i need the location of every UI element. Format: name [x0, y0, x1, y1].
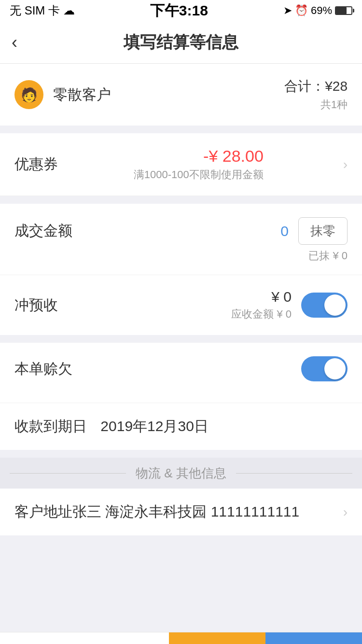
coupon-label: 优惠券 [14, 154, 58, 174]
transaction-label: 成交金额 [14, 221, 72, 241]
status-time: 下午3:18 [150, 1, 208, 21]
customer-name: 零散客户 [53, 85, 111, 105]
avatar-icon: 🧑 [21, 87, 38, 103]
customer-left: 🧑 零散客户 [14, 80, 111, 109]
coupon-row[interactable]: 优惠券 -¥ 28.00 满1000-100不限制使用金额 › [0, 133, 362, 196]
coupon-sub: 满1000-100不限制使用金额 [134, 168, 264, 182]
alarm-icon: ⏰ [295, 4, 308, 17]
divider-line-right [236, 473, 352, 474]
status-left: 无 SIM 卡 ☁ [10, 3, 75, 18]
overdue-toggle-knob [324, 358, 346, 379]
customer-right: 合计：¥28 共1种 [284, 77, 348, 112]
customer-avatar: 🧑 [14, 80, 43, 109]
status-right: ➤ ⏰ 69% [283, 4, 352, 17]
customer-count: 共1种 [284, 98, 348, 112]
due-date-row: 收款到期日 2019年12月30日 [0, 403, 362, 450]
divider-line-left [10, 473, 126, 474]
transaction-value: 0 [280, 223, 289, 239]
coupon-chevron-icon: › [343, 157, 348, 172]
transaction-sub: 已抹 ¥ 0 [0, 249, 362, 275]
transaction-amount-row: 成交金额 0 抹零 [0, 204, 362, 249]
back-button[interactable]: ‹ [12, 32, 17, 53]
overdue-content: 本单赊欠 [14, 356, 348, 381]
overdue-toggle[interactable] [301, 356, 348, 381]
coupon-value-area: -¥ 28.00 满1000-100不限制使用金额 [134, 147, 264, 182]
customer-total: 合计：¥28 [284, 77, 348, 96]
status-bar: 无 SIM 卡 ☁ 下午3:18 ➤ ⏰ 69% [0, 0, 362, 21]
page-title: 填写结算等信息 [124, 31, 238, 54]
battery-icon [335, 6, 352, 15]
overdue-row: 本单赊欠 [0, 343, 362, 395]
location-icon: ➤ [283, 4, 292, 17]
nav-bar: ‹ 填写结算等信息 [0, 21, 362, 64]
prepay-toggle[interactable] [301, 293, 348, 318]
content-area: 🧑 零散客户 合计：¥28 共1种 优惠券 -¥ 28.00 满1000-100… [0, 64, 362, 632]
address-value: 张三 海淀永丰科技园 11111111111 [72, 502, 343, 522]
customer-row: 🧑 零散客户 合计：¥28 共1种 [0, 64, 362, 126]
battery-percent: 69% [311, 4, 332, 17]
coupon-section: 优惠券 -¥ 28.00 满1000-100不限制使用金额 › [0, 133, 362, 196]
due-date-label: 收款到期日 [14, 418, 87, 434]
logistics-divider: 物流 & 其他信息 [0, 458, 362, 489]
overdue-label: 本单赊欠 [14, 359, 72, 379]
due-date-value: 2019年12月30日 [100, 418, 208, 434]
bottom-space [0, 535, 362, 632]
round-zero-button[interactable]: 抹零 [298, 217, 348, 245]
sim-status: 无 SIM 卡 ☁ [10, 3, 75, 18]
prepay-sub: 应收金额 ¥ 0 [231, 307, 292, 322]
save-button[interactable]: 保存 [265, 632, 362, 644]
logistics-label: 物流 & 其他信息 [136, 465, 226, 482]
toggle-knob [324, 294, 346, 316]
bottom-summary: 成交： ¥ 0 共1种 [0, 642, 169, 644]
overdue-section: 本单赊欠 收款到期日 2019年12月30日 [0, 343, 362, 450]
coupon-discount: -¥ 28.00 [134, 147, 264, 166]
address-chevron-icon: › [343, 504, 348, 520]
address-label: 客户地址 [14, 502, 72, 522]
address-section[interactable]: 客户地址 张三 海淀永丰科技园 11111111111 › [0, 489, 362, 535]
prepay-amount: ¥ 0 [231, 289, 292, 305]
summary-amount: ¥ 0 [52, 642, 73, 644]
prepay-row: 冲预收 ¥ 0 应收金额 ¥ 0 [0, 275, 362, 335]
transaction-section: 成交金额 0 抹零 已抹 ¥ 0 冲预收 ¥ 0 应收金额 ¥ 0 [0, 204, 362, 335]
prepay-label: 冲预收 [14, 295, 58, 315]
bottom-bar: 成交： ¥ 0 共1种 挂单 保存 [0, 632, 362, 644]
prepay-amounts: ¥ 0 应收金额 ¥ 0 [231, 289, 292, 322]
hold-button[interactable]: 挂单 [169, 632, 265, 644]
